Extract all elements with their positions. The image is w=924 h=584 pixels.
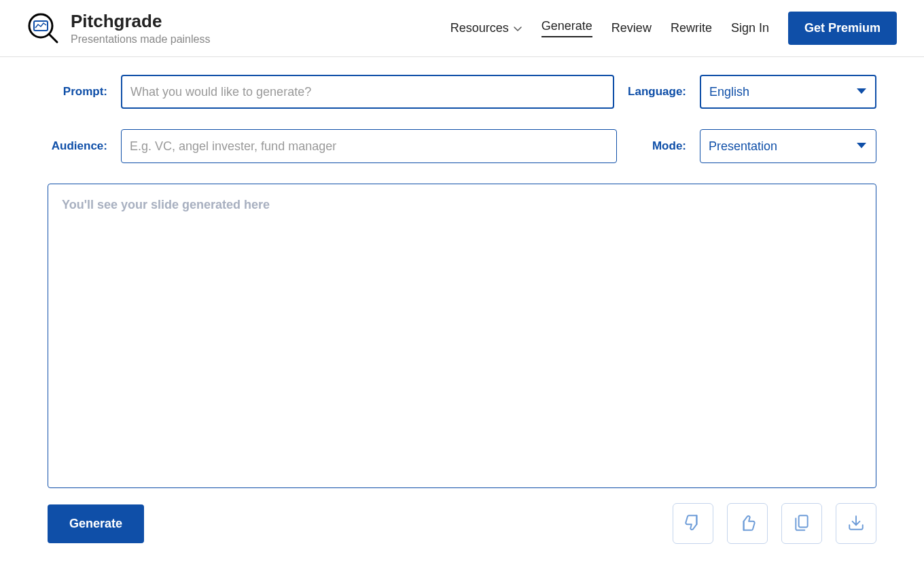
copy-button[interactable] xyxy=(781,503,822,544)
nav-rewrite-label: Rewrite xyxy=(671,21,712,35)
nav-signin-label: Sign In xyxy=(731,21,769,35)
copy-icon xyxy=(793,514,811,534)
audience-input[interactable] xyxy=(121,129,617,163)
thumbs-up-button[interactable] xyxy=(727,503,768,544)
logo-icon xyxy=(27,12,60,45)
nav-rewrite[interactable]: Rewrite xyxy=(671,21,712,35)
audience-label: Audience: xyxy=(48,139,107,153)
prompt-input[interactable] xyxy=(121,75,614,109)
language-select[interactable]: English xyxy=(700,75,876,109)
action-row: Generate xyxy=(48,503,876,544)
generate-button[interactable]: Generate xyxy=(48,504,144,543)
thumbs-down-button[interactable] xyxy=(673,503,713,544)
language-select-wrapper: English xyxy=(700,75,876,109)
nav-generate[interactable]: Generate xyxy=(541,19,592,37)
mode-value: Presentation xyxy=(709,139,777,154)
language-label: Language: xyxy=(628,85,686,99)
thumbs-down-icon xyxy=(684,514,702,534)
nav-resources[interactable]: Resources xyxy=(450,21,522,35)
header: Pitchgrade Presentations made painless R… xyxy=(0,0,924,57)
audience-row: Audience: Mode: Presentation xyxy=(48,129,876,163)
chevron-down-icon xyxy=(513,24,522,33)
nav-review[interactable]: Review xyxy=(611,21,652,35)
brand-text: Pitchgrade Presentations made painless xyxy=(71,11,210,46)
output-area: You'll see your slide generated here xyxy=(48,184,876,488)
prompt-row: Prompt: Language: English xyxy=(48,75,876,109)
brand-title: Pitchgrade xyxy=(71,11,210,32)
thumbs-up-icon xyxy=(739,514,756,534)
mode-select-wrapper: Presentation xyxy=(700,129,876,163)
mode-select[interactable]: Presentation xyxy=(700,129,876,163)
svg-line-1 xyxy=(49,34,57,42)
nav-generate-label: Generate xyxy=(541,19,592,33)
mode-label: Mode: xyxy=(630,139,686,153)
brand[interactable]: Pitchgrade Presentations made painless xyxy=(27,11,210,46)
prompt-label: Prompt: xyxy=(48,85,107,99)
brand-subtitle: Presentations made painless xyxy=(71,33,210,46)
download-icon xyxy=(847,514,865,534)
nav-review-label: Review xyxy=(611,21,652,35)
nav: Resources Generate Review Rewrite Sign I… xyxy=(450,12,897,45)
output-placeholder: You'll see your slide generated here xyxy=(62,198,862,212)
svg-rect-3 xyxy=(799,515,808,527)
download-button[interactable] xyxy=(836,503,876,544)
main-container: Prompt: Language: English Audience: Mode… xyxy=(0,57,924,562)
get-premium-button[interactable]: Get Premium xyxy=(788,12,897,45)
nav-signin[interactable]: Sign In xyxy=(731,21,769,35)
nav-resources-label: Resources xyxy=(450,21,509,35)
icon-buttons xyxy=(673,503,876,544)
language-value: English xyxy=(709,85,749,99)
